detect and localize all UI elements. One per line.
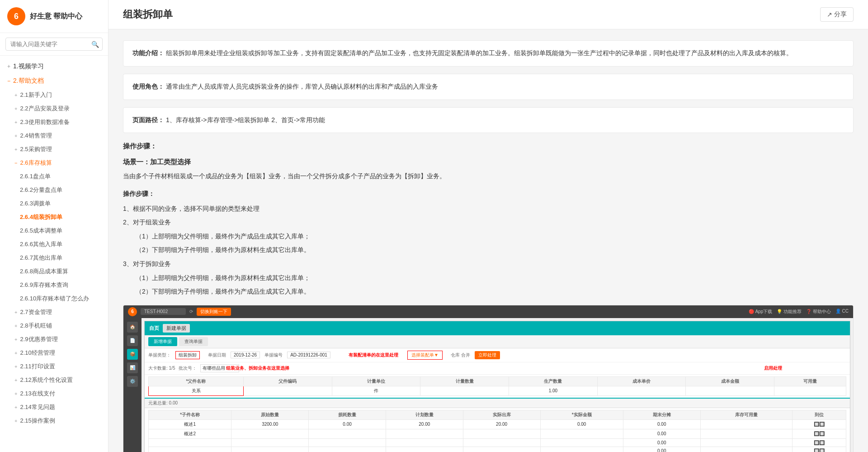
ops-title: 操作步骤： (123, 142, 854, 151)
ss-sync-icon: ⟳ (189, 309, 193, 314)
path-text: 1、库存核算->库存管理->组装拆卸单 2、首页->常用功能 (166, 116, 325, 124)
share-button[interactable]: ↗ 分享 (820, 7, 854, 22)
search-button[interactable]: 🔍 (91, 41, 99, 48)
sidebar-item-partial-check[interactable]: 2.6.2分量盘点单 (0, 183, 108, 197)
intro-block: 功能介绍： 组装拆卸单用来处理企业组装或拆卸等加工业务，支持有固定装配清单的产品… (123, 40, 854, 67)
sidebar-item-mobile[interactable]: + 2.8手机旺铺 (0, 319, 108, 333)
ss-btd-orig-1: 3200.00 (231, 419, 309, 429)
sidebar-item-online-pay[interactable]: + 2.13在线支付 (0, 387, 108, 400)
sidebar-item-inventory-check[interactable]: 2.6.1盘点单 (0, 170, 108, 183)
step3: 3、对于拆卸业务 (123, 258, 854, 270)
step3-sub2: （2）下部明细为子件明细，最终作为产成品生成其它入库单。 (123, 285, 854, 298)
expand-icon: + (14, 377, 17, 383)
ss-window-header: 自页 新建单据 (145, 321, 850, 335)
ss-btd-arrived-1: 🔲🔲 (792, 419, 846, 429)
expand-icon: + (14, 133, 17, 138)
ss-window-title: 自页 (149, 325, 159, 332)
sidebar-item-coupon[interactable]: + 2.9优惠券管理 (0, 333, 108, 346)
ss-bottom-row-3: 0.00 🔲🔲 (149, 438, 846, 447)
ss-date-label: 单据日期 (208, 352, 226, 358)
ss-number-label: 单据编号 (264, 352, 283, 358)
sidebar-item-install[interactable]: + 2.2产品安装及登录 (0, 102, 108, 115)
sidebar-item-newbie[interactable]: + 2.1新手入门 (0, 88, 108, 102)
step2: 2、对于组装业务 (123, 216, 854, 228)
ss-field-row2: 大卡数量: 1/5 批次号： 有哪些品用 组装业务、拆卸业务在这里选择 启用处理 (145, 362, 850, 375)
sidebar-item-cost-adj[interactable]: 2.6.5成本调整单 (0, 224, 108, 238)
ss-company-selector: TEST-H002 (141, 308, 186, 315)
sidebar-item-purchase[interactable]: + 2.5采购管理 (0, 143, 108, 156)
ss-user: 👤 CC (835, 309, 849, 315)
ss-body: 🏠 📄 📦 📊 ⚙️ 自页 新建单据 (123, 318, 853, 452)
sidebar-item-finance[interactable]: + 2.7资金管理 (0, 305, 108, 319)
sidebar-item-label: 2.9优惠券管理 (20, 335, 57, 343)
ss-switch-btn[interactable]: 切换到账一下 (197, 308, 231, 316)
expand-icon: + (14, 404, 17, 410)
sidebar-item-docs[interactable]: − 2.帮助文档 (0, 74, 108, 88)
ss-bottom-table: *子件名称 原始数量 损耗数量 计划数量 实际出库 *实际金额 期末分摊 库存可… (148, 410, 846, 452)
sidebar-item-print[interactable]: + 2.11打印设置 (0, 360, 108, 373)
ss-tab-row: 新增单据 查询单据 (145, 335, 850, 348)
sidebar-item-label: 2.4销售管理 (20, 132, 52, 140)
ss-document-window: 自页 新建单据 新增单据 查询单据 单据类型： 组装拆卸 (144, 321, 850, 452)
sidebar-item-cost-recalc[interactable]: 2.6.8商品成本重算 (0, 265, 108, 278)
sidebar-item-label: 2.6.7其他出库单 (20, 254, 62, 261)
ss-cell-avail (774, 386, 846, 395)
sidebar-item-transfer[interactable]: 2.6.3调拨单 (0, 197, 108, 210)
ss-date-value: 2019-12-26 (231, 352, 260, 358)
sidebar-item-faq[interactable]: + 2.14常见问题 (0, 400, 108, 414)
ss-bth-child-name: *子件名称 (149, 410, 231, 419)
sidebar-item-other-out[interactable]: 2.6.7其他出库单 (0, 251, 108, 265)
ss-select-btn[interactable]: 选择装配单▼ (407, 351, 443, 360)
sidebar-item-ledger-fix[interactable]: 2.6.10库存账本错了怎么办 (0, 292, 108, 305)
sidebar-item-stock-ledger[interactable]: 2.6.9库存账本查询 (0, 278, 108, 292)
sidebar-item-sales[interactable]: + 2.4销售管理 (0, 129, 108, 143)
sidebar-item-operations[interactable]: + 2.10经营管理 (0, 346, 108, 360)
ss-helpcenter: ❓ 帮助中心 (806, 309, 831, 315)
ss-btd-alloc-2: 0.00 (623, 429, 700, 438)
ss-type-value: 组装拆卸 (175, 351, 200, 359)
sidebar-item-inventory[interactable]: − 2.6库存核算 (0, 156, 108, 170)
sidebar-item-label: 2.1新手入门 (20, 91, 52, 99)
sidebar-item-cases[interactable]: + 2.15操作案例 (0, 414, 108, 428)
ss-btd-alloc-4: 0.00 (623, 447, 700, 452)
ss-other-field: 批次号： (179, 365, 197, 371)
ss-th-avail: 可用量 (774, 376, 846, 386)
ss-btd-alloc-3: 0.00 (623, 438, 700, 447)
sidebar-item-label: 2.11打印设置 (20, 362, 55, 371)
ss-confirm-btn[interactable]: 立即处理 (475, 351, 500, 359)
sidebar-item-label: 2.6.6其他入库单 (20, 241, 62, 247)
sidebar-item-label: 2.6.3调拨单 (20, 200, 51, 207)
ss-type-label: 单据类型： (148, 352, 171, 358)
sidebar-item-label: 2.8手机旺铺 (20, 322, 52, 330)
ss-bth-arrived: 到位 (792, 410, 846, 419)
ss-btd-alloc-1: 0.00 (623, 419, 700, 429)
ss-bth-period-alloc: 期末分摊 (623, 410, 700, 419)
ss-icon-sidebar: 🏠 📄 📦 📊 ⚙️ (123, 318, 142, 452)
ss-btd-loss-1: 0.00 (309, 419, 386, 429)
search-input[interactable] (5, 38, 103, 51)
sidebar-item-assembly[interactable]: 2.6.4组装拆卸单 (0, 210, 108, 224)
logo-text: 好生意 帮助中心 (30, 12, 82, 21)
sidebar-item-label: 2.3使用前数据准备 (20, 118, 69, 126)
sidebar-item-label: 2.6库存核算 (20, 159, 52, 167)
ss-bth-orig-qty: 原始数量 (231, 410, 309, 419)
screenshot-container: 6 TEST-H002 ⟳ 切换到账一下 🔴 App下载 💡 功能推荐 ❓ 帮助… (123, 305, 854, 452)
intro-text: 组装拆卸单用来处理企业组装或拆卸等加工业务，支持有固定装配清单的产品加工业务，也… (166, 49, 793, 57)
ss-new-tab[interactable]: 新建单据 (163, 324, 190, 333)
step3-sub1: （1）上部明细为父件明细，最终作为原材料生成其它出库单； (123, 272, 854, 284)
sidebar-item-video[interactable]: + 1.视频学习 (0, 59, 108, 74)
expand-icon: + (14, 323, 17, 328)
sidebar-item-personalize[interactable]: + 2.12系统个性化设置 (0, 373, 108, 387)
ss-field-row1: 单据类型： 组装拆卸 单据日期 2019-12-26 单据编号 AD-20191… (145, 348, 850, 362)
search-area[interactable]: 🔍 (0, 33, 108, 56)
sidebar-item-label: 2.13在线支付 (20, 390, 55, 398)
sidebar-item-label: 2.14常见问题 (20, 403, 55, 411)
sidebar-item-other-in[interactable]: 2.6.6其他入库单 (0, 238, 108, 251)
sidebar-item-data-prep[interactable]: + 2.3使用前数据准备 (0, 115, 108, 129)
sidebar-item-label: 2.5采购管理 (20, 145, 52, 153)
ss-tab-query[interactable]: 查询单据 (179, 337, 208, 346)
ss-btd-actual-1: 20.00 (463, 419, 540, 429)
ss-tab-add[interactable]: 新增单据 (148, 337, 177, 346)
ss-sub-field-label: 大卡数量: 1/5 (148, 365, 175, 371)
ss-section-divider: 元素总量: 0.00 (145, 398, 850, 408)
